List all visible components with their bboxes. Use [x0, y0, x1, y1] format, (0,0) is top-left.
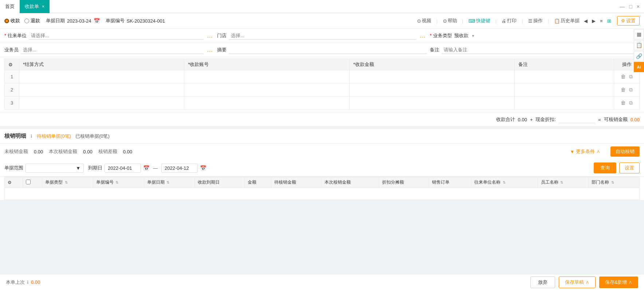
store-more-icon[interactable]: …: [418, 32, 427, 39]
due-date-start-input[interactable]: [105, 164, 141, 173]
prev-btn[interactable]: ◀: [584, 18, 588, 24]
header-toolbar-right: ⊙ 视频 | ⊙ 帮助 | ⌨ 快捷键 | 🖨 打印 | ☰ 操作 | 📋 历史…: [417, 17, 611, 24]
store-label: 门店: [217, 32, 227, 39]
cash-discount-input[interactable]: [559, 116, 595, 123]
window-maximize-btn[interactable]: □: [628, 3, 633, 10]
abandon-btn[interactable]: 放弃: [530, 277, 555, 288]
nav-tab-home[interactable]: 首页: [0, 0, 20, 13]
sort-icon-dept[interactable]: ⇅: [611, 180, 614, 184]
sort-icon-doc-num[interactable]: ⇅: [115, 180, 118, 184]
cash-discount-label: 现金折扣:: [535, 116, 556, 123]
remark-cell-2[interactable]: [515, 83, 614, 97]
range-select[interactable]: ▼: [25, 164, 84, 173]
shortcut-btn[interactable]: ⌨ 快捷键: [468, 17, 490, 24]
business-type-dropdown-icon[interactable]: ▼: [471, 34, 475, 38]
sort-icon-counterparty[interactable]: ⇅: [503, 180, 506, 184]
footer: 本单上次 ℹ 0.00 放弃 保存草稿 ∧ 保存&新增 ∧: [0, 274, 644, 290]
next-btn[interactable]: ▶: [592, 18, 596, 24]
right-tool-doc-icon[interactable]: 📋: [634, 40, 644, 50]
settlement-method-1[interactable]: [19, 70, 184, 83]
layout-btn1[interactable]: ≡: [600, 18, 603, 24]
table-row: 2 🗑 ⧉: [5, 83, 640, 97]
counterparty-more-icon[interactable]: …: [205, 32, 214, 39]
footer-info-icon[interactable]: ℹ: [27, 280, 29, 285]
window-close-btn[interactable]: ×: [635, 3, 641, 10]
select-all-checkbox[interactable]: [26, 180, 31, 184]
video-btn[interactable]: ⊙ 视频: [417, 17, 431, 24]
due-date-end-input[interactable]: [161, 164, 198, 173]
save-draft-btn[interactable]: 保存草稿 ∧: [559, 277, 596, 288]
collection-account-2[interactable]: [184, 83, 349, 97]
copy-row-1-icon[interactable]: ⧉: [629, 74, 633, 79]
save-new-btn[interactable]: 保存&新增 ∧: [599, 277, 638, 288]
more-conditions-btn[interactable]: ▼ 更多条件 ∧: [570, 148, 601, 155]
settings-button[interactable]: ⚙ 设置: [617, 16, 640, 26]
auto-offset-btn[interactable]: 自动核销: [610, 146, 640, 157]
due-date-end-calendar-icon[interactable]: 📅: [200, 165, 206, 171]
bottom-th-sales-order: 销售订单: [429, 177, 471, 188]
filter-action-btns: 查询 设置: [594, 162, 640, 173]
delete-row-1-icon[interactable]: 🗑: [621, 74, 626, 79]
remark-cell-3[interactable]: [515, 97, 614, 110]
delete-row-3-icon[interactable]: 🗑: [621, 100, 626, 106]
radio-refund[interactable]: 退款: [24, 17, 40, 24]
collection-account-1[interactable]: [184, 70, 349, 83]
staff-field: 业务员 …: [4, 46, 214, 54]
settlement-method-2[interactable]: [19, 83, 184, 97]
sort-icon-doc-type[interactable]: ⇅: [65, 180, 68, 184]
range-label: 单据范围: [4, 165, 23, 171]
collection-account-3[interactable]: [184, 97, 349, 110]
verify-info-icon[interactable]: ℹ: [31, 134, 32, 139]
help-btn[interactable]: ⊙ 帮助: [443, 17, 457, 24]
table-settings-th[interactable]: ⚙: [5, 59, 19, 70]
query-btn[interactable]: 查询: [594, 162, 616, 173]
bottom-th-checkbox[interactable]: [23, 177, 42, 188]
equals-sign: =: [598, 117, 601, 122]
bottom-th-settings[interactable]: ⚙: [5, 177, 23, 188]
print-btn[interactable]: 🖨 打印: [502, 17, 517, 24]
radio-receipt[interactable]: 收款: [4, 17, 20, 24]
operation-btn[interactable]: ☰ 操作: [528, 17, 543, 24]
completed-verification-tab[interactable]: 已核销单据(0笔): [75, 133, 110, 140]
unverified-amount-val: 0.00: [34, 149, 43, 154]
settlement-method-3[interactable]: [19, 97, 184, 110]
remark-input[interactable]: [441, 46, 640, 54]
number-value: SK-20230324-001: [127, 18, 165, 24]
pending-verification-tab[interactable]: 待核销单据(0笔): [37, 133, 71, 140]
copy-row-2-icon[interactable]: ⧉: [629, 87, 633, 93]
filter-settings-btn[interactable]: 设置: [619, 162, 640, 173]
collection-amount-2[interactable]: [349, 83, 514, 97]
delete-row-2-icon[interactable]: 🗑: [621, 87, 626, 93]
right-tool-ai-icon[interactable]: Ai: [634, 62, 644, 72]
collection-amount-3[interactable]: [349, 97, 514, 110]
verify-title: 核销明细: [4, 133, 26, 140]
close-tab-icon[interactable]: ×: [42, 4, 44, 9]
staff-more-icon[interactable]: …: [205, 47, 214, 53]
settlement-method-th: *结算方式: [19, 59, 184, 70]
staff-input[interactable]: [21, 46, 203, 54]
collection-amount-1[interactable]: [349, 70, 514, 83]
remark-cell-1[interactable]: [515, 70, 614, 83]
receipt-table-wrapper: ⚙ *结算方式 *收款账号 *收款金额 备注 操作: [0, 57, 644, 113]
sort-icon-doc-date[interactable]: ⇅: [166, 180, 169, 184]
right-tool-link-icon[interactable]: 🔗: [634, 51, 644, 61]
copy-row-3-icon[interactable]: ⧉: [629, 100, 633, 106]
nav-tab-home-label: 首页: [5, 3, 15, 10]
date-label: 单据日期: [46, 17, 65, 24]
window-minimize-btn[interactable]: —: [618, 3, 626, 10]
date-calendar-icon[interactable]: 📅: [94, 18, 100, 24]
history-btn[interactable]: 📋 历史单据: [554, 17, 580, 24]
summary-input[interactable]: [229, 46, 427, 54]
main-scroll-area: 收款 退款 单据日期 2023-03-24 📅 单据编号 SK-20230324…: [0, 13, 644, 216]
nav-tab-receipt[interactable]: 收款单 ×: [20, 0, 50, 13]
counterparty-input[interactable]: [29, 32, 203, 40]
layout-btn2[interactable]: ⊞: [607, 18, 611, 24]
save-new-label: 保存&新增 ∧: [605, 279, 632, 286]
bottom-th-doc-type: 单据类型 ⇅: [42, 177, 93, 188]
next-order-label: 本单上次: [6, 279, 25, 286]
right-tool-table-icon[interactable]: ▦: [634, 29, 644, 39]
business-type-select[interactable]: 预收款 ▼: [454, 32, 640, 39]
store-input[interactable]: [229, 32, 416, 40]
sort-icon-staff[interactable]: ⇅: [560, 180, 563, 184]
due-date-start-calendar-icon[interactable]: 📅: [143, 165, 149, 171]
